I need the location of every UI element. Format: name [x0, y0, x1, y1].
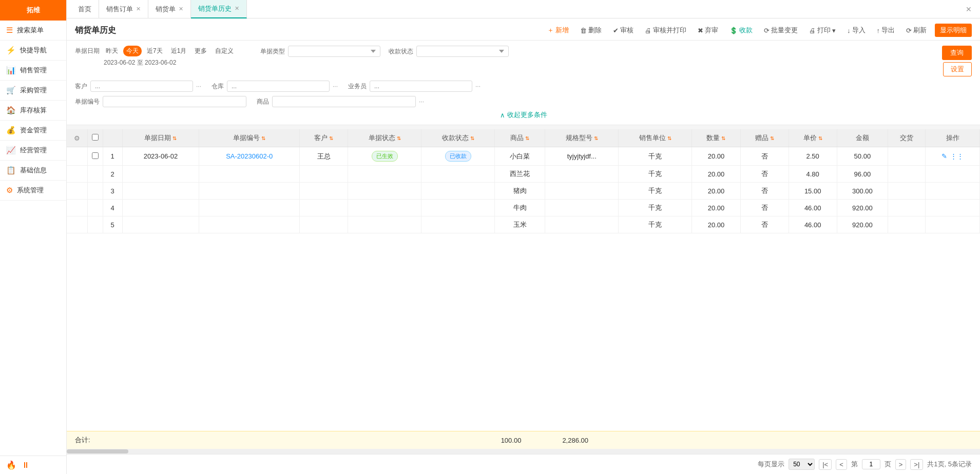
- data-table: ⚙ 单据日期⇅ 单据编号⇅ 客户⇅ 单据状态⇅ 收款状态⇅ 商品⇅ 规格型号⇅ …: [67, 129, 980, 233]
- th-spec[interactable]: 规格型号⇅: [545, 129, 619, 147]
- goods-ellipsis[interactable]: ···: [419, 98, 424, 105]
- th-row-no: [103, 129, 122, 147]
- tab-sales-goods[interactable]: 销货单 ✕: [148, 0, 191, 18]
- staff-ellipsis[interactable]: ···: [475, 83, 481, 90]
- abandon-button[interactable]: ✖ 弃审: [695, 24, 721, 36]
- th-deal: 交货: [888, 129, 926, 147]
- sidebar-item-basic-info[interactable]: 📋 基础信息: [0, 161, 66, 181]
- date-btn-1month[interactable]: 近1月: [168, 46, 190, 56]
- print-dropdown-icon: ▾: [832, 27, 836, 34]
- audit-print-button[interactable]: 🖨 审核并打印: [642, 24, 689, 36]
- finance-icon: 💰: [6, 126, 16, 135]
- cell-price: 46.00: [789, 216, 837, 233]
- cell-gift: 否: [740, 147, 789, 166]
- row-checkbox[interactable]: [92, 152, 99, 159]
- close-sales-goods-icon[interactable]: ✕: [179, 6, 183, 12]
- sidebar-item-operations[interactable]: 📈 经营管理: [0, 141, 66, 161]
- date-btn-today[interactable]: 今天: [123, 46, 142, 56]
- tab-sales-history[interactable]: 销货单历史 ✕: [191, 0, 247, 18]
- goods-input[interactable]: [272, 96, 416, 107]
- horizontal-scrollbar[interactable]: [67, 449, 980, 454]
- date-btn-custom[interactable]: 自定义: [212, 46, 237, 56]
- cell-settings: [67, 216, 87, 233]
- sidebar-item-label: 搜索菜单: [17, 26, 44, 35]
- customer-ellipsis[interactable]: ···: [196, 83, 201, 90]
- staff-label: 业务员: [348, 82, 367, 91]
- collect-button[interactable]: 💲 收款: [726, 24, 756, 36]
- batch-change-button[interactable]: ⟳ 批量变更: [761, 24, 801, 36]
- sidebar-item-search-menu[interactable]: ☰ 搜索菜单: [0, 21, 66, 41]
- pause-icon[interactable]: ⏸: [22, 461, 30, 470]
- th-date[interactable]: 单据日期⇅: [122, 129, 199, 147]
- table-row: 12023-06-02SA-20230602-0王总已生效已收款小白菜tyjyj…: [67, 147, 980, 166]
- last-page-button[interactable]: >|: [910, 459, 923, 470]
- import-button[interactable]: ↓ 导入: [844, 24, 869, 36]
- filter-type: 单据类型: [260, 46, 380, 57]
- per-page-select[interactable]: 20 50 100 200: [789, 459, 815, 470]
- select-all-checkbox[interactable]: [92, 134, 99, 141]
- th-settings[interactable]: ⚙: [67, 129, 87, 147]
- next-page-button[interactable]: >: [895, 459, 907, 470]
- date-btn-yesterday[interactable]: 昨天: [103, 46, 121, 56]
- cell-deal: [888, 147, 926, 166]
- cell-customer: [300, 166, 348, 183]
- query-button[interactable]: 查询: [942, 46, 972, 60]
- type-select[interactable]: [288, 46, 380, 57]
- th-price[interactable]: 单价⇅: [789, 129, 837, 147]
- sidebar-item-label: 采购管理: [20, 86, 47, 95]
- customer-input[interactable]: [90, 81, 193, 92]
- scrollbar-thumb[interactable]: [67, 449, 128, 453]
- cell-order-no[interactable]: SA-20230602-0: [199, 147, 300, 166]
- fire-icon[interactable]: 🔥: [6, 460, 16, 470]
- date-btn-more[interactable]: 更多: [191, 46, 210, 56]
- prev-page-button[interactable]: <: [836, 459, 847, 470]
- close-sales-history-icon[interactable]: ✕: [235, 5, 239, 12]
- export-button[interactable]: ↑ 导出: [874, 24, 898, 36]
- order-no-input[interactable]: [103, 96, 246, 107]
- cell-spec: [545, 216, 619, 233]
- sidebar-item-inventory[interactable]: 🏠 库存核算: [0, 101, 66, 121]
- new-button[interactable]: ＋ 新增: [544, 24, 572, 36]
- staff-input[interactable]: [370, 81, 472, 92]
- date-btn-7days[interactable]: 近7天: [144, 46, 166, 56]
- close-all-tabs[interactable]: ✕: [962, 5, 976, 13]
- refresh-button[interactable]: ⟳ 刷新: [903, 24, 930, 36]
- th-goods[interactable]: 商品⇅: [495, 129, 545, 147]
- th-gift[interactable]: 赠品⇅: [740, 129, 789, 147]
- display-detail-button[interactable]: 显示明细: [935, 24, 972, 37]
- order-no-link[interactable]: SA-20230602-0: [226, 152, 273, 160]
- status-select[interactable]: [416, 46, 509, 57]
- th-amount: 金额: [837, 129, 888, 147]
- th-order-status[interactable]: 单据状态⇅: [348, 129, 421, 147]
- sidebar-item-sys-mgmt[interactable]: ⚙ 系统管理: [0, 181, 66, 201]
- close-sales-order-icon[interactable]: ✕: [136, 6, 141, 12]
- sidebar-item-sales-mgmt[interactable]: 📊 销售管理: [0, 61, 66, 81]
- more-action[interactable]: ⋮⋮: [950, 152, 964, 160]
- warehouse-input[interactable]: [227, 81, 330, 92]
- th-unit[interactable]: 销售单位⇅: [619, 129, 692, 147]
- th-pay-status[interactable]: 收款状态⇅: [421, 129, 495, 147]
- print-button[interactable]: 🖨 打印 ▾: [806, 24, 839, 36]
- tab-home[interactable]: 首页: [71, 0, 99, 18]
- audit-button[interactable]: ✔ 审核: [610, 24, 637, 36]
- refresh-icon: ⟳: [906, 27, 912, 34]
- page-input[interactable]: [862, 459, 880, 469]
- cell-amount: 300.00: [837, 183, 888, 200]
- first-page-button[interactable]: |<: [819, 459, 832, 470]
- settings-icon[interactable]: ⚙: [74, 134, 80, 142]
- edit-action[interactable]: ✎: [941, 152, 947, 160]
- th-qty[interactable]: 数量⇅: [692, 129, 740, 147]
- cell-qty: 20.00: [692, 200, 740, 216]
- inventory-icon: 🏠: [6, 106, 16, 115]
- sidebar-item-quick-nav[interactable]: ⚡ 快捷导航: [0, 41, 66, 61]
- collapse-button[interactable]: ∧ 收起更多条件: [75, 110, 972, 120]
- warehouse-ellipsis[interactable]: ···: [333, 83, 338, 90]
- tab-sales-order[interactable]: 销售订单 ✕: [99, 0, 148, 18]
- sidebar-item-purchase-mgmt[interactable]: 🛒 采购管理: [0, 81, 66, 101]
- settings-button[interactable]: 设置: [943, 62, 972, 76]
- delete-button[interactable]: 🗑 删除: [577, 24, 605, 36]
- th-order-no[interactable]: 单据编号⇅: [199, 129, 300, 147]
- th-customer[interactable]: 客户⇅: [300, 129, 348, 147]
- sidebar-item-finance[interactable]: 💰 资金管理: [0, 121, 66, 141]
- page-header: 销货单历史 ＋ 新增 🗑 删除 ✔ 审核 🖨 审核并打印: [67, 18, 980, 41]
